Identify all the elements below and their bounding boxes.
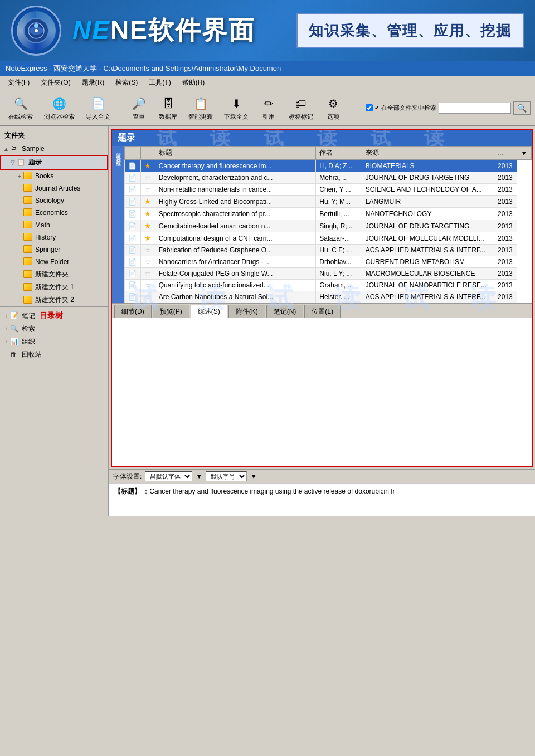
tree-item-sociology[interactable]: Sociology <box>0 194 108 207</box>
row-star[interactable]: ☆ <box>140 291 155 303</box>
toolbar-btn-import[interactable]: 📄 导入全文 <box>82 92 114 123</box>
menu-tools[interactable]: 工具(T) <box>145 77 174 89</box>
import-icon: 📄 <box>89 95 107 113</box>
row-star[interactable]: ★ <box>140 160 155 172</box>
font-arrow-2: ▼ <box>250 472 257 480</box>
table-row[interactable]: 📄★Cancer therapy and fluorescence im...L… <box>125 160 532 172</box>
row-star[interactable]: ☆ <box>140 245 155 256</box>
row-star[interactable]: ☆ <box>140 280 155 291</box>
toolbar-btn-cite[interactable]: ✏ 引用 <box>256 92 281 123</box>
row-star[interactable]: ★ <box>140 208 155 220</box>
tree-item-newf3[interactable]: 新建文件夹 2 <box>0 294 108 306</box>
row-star[interactable]: ★ <box>140 220 155 232</box>
left-panel: 文件夹 ▲ 🗂 Sample ▽ 📋 题录 + Books Journal Ar… <box>0 126 109 516</box>
row-year: 2013 <box>494 256 517 268</box>
tab-notes[interactable]: 笔记(N) <box>266 305 304 318</box>
table-row[interactable]: 📄★Spectroscopic characterization of pr..… <box>125 208 532 220</box>
tree-item-books[interactable]: + Books <box>0 170 108 182</box>
row-star[interactable]: ☆ <box>140 184 155 196</box>
table-row[interactable]: 📄★Highly Cross-Linked and Biocompati...H… <box>125 196 532 208</box>
row-year: 2013 <box>494 232 517 245</box>
search-input[interactable] <box>439 103 511 114</box>
abstract-text: ：Cancer therapy and fluorescence imaging… <box>143 487 395 495</box>
tag-icon: 🏷 <box>292 95 310 113</box>
toolbar-btn-smart-update[interactable]: 📋 智能更新 <box>184 92 217 123</box>
table-row[interactable]: 📄☆Nanocarriers for Anticancer Drugs - ..… <box>125 256 532 268</box>
tree-item-springer[interactable]: Springer <box>0 243 108 256</box>
tree-item-search2[interactable]: + 🔍 检索 <box>0 323 108 335</box>
toolbar-btn-online-search[interactable]: 🔍 在线检索 <box>4 92 37 123</box>
row-source: JOURNAL OF DRUG TARGETING <box>362 172 494 184</box>
title-bar: NoteExpress - 西安交通大学 - C:\Documents and … <box>0 61 535 76</box>
row-icon: 📄 <box>125 160 141 172</box>
row-star[interactable]: ☆ <box>140 172 155 184</box>
col-header-extra[interactable]: ... <box>494 147 517 160</box>
tree-item-records[interactable]: ▽ 📋 题录 <box>0 155 108 170</box>
newf1-label: 新建文件夹 <box>35 270 69 279</box>
tab-preview[interactable]: 预览(P) <box>153 305 189 318</box>
menu-folder[interactable]: 文件夹(O) <box>37 77 74 89</box>
row-year: 2013 <box>494 196 517 208</box>
tree-item-newf2[interactable]: 新建文件夹 1 <box>0 281 108 294</box>
col-header-author[interactable]: 作者 <box>316 147 362 160</box>
toolbar-btn-browser-search[interactable]: 🌐 浏览器检索 <box>40 92 79 123</box>
row-icon: 📄 <box>125 280 141 291</box>
toolbar-btn-tag[interactable]: 🏷 标签标记 <box>285 92 317 123</box>
abstract-area: 【标题】 ：Cancer therapy and fluorescence im… <box>109 483 535 516</box>
row-star[interactable]: ☆ <box>140 268 155 280</box>
table-row[interactable]: 📄☆Fabrication of Reduced Graphene O...Hu… <box>125 245 532 256</box>
tree-item-newfolder[interactable]: New Folder <box>0 256 108 268</box>
row-star[interactable]: ★ <box>140 196 155 208</box>
search-checkbox-label[interactable]: ✔ 在全部文件夹中检索 <box>366 104 436 112</box>
tab-location[interactable]: 位置(L) <box>304 305 341 318</box>
toolbar-btn-dedup[interactable]: 🔎 查重 <box>126 92 152 123</box>
toolbar-btn-database[interactable]: 🗄 数据库 <box>155 92 181 123</box>
toolbar-btn-download[interactable]: ⬇ 下载全文 <box>220 92 252 123</box>
font-name-select[interactable]: 昌默认字体 <box>145 471 192 481</box>
menu-help[interactable]: 帮助(H) <box>179 77 208 89</box>
right-box-text: 知识采集、管理、应用、挖掘 <box>309 22 512 39</box>
tab-summary[interactable]: 综述(S) <box>191 305 227 318</box>
menu-search[interactable]: 检索(S) <box>112 77 141 89</box>
menu-records[interactable]: 题录(R) <box>79 77 108 89</box>
row-year: 2013 <box>494 280 517 291</box>
col-header-title[interactable]: 标题 <box>155 147 316 160</box>
tree-item-math[interactable]: Math <box>0 219 108 231</box>
records-table-wrapper: 标题 作者 来源 ... ▼ 📄★Cancer therapy and fluo… <box>124 146 532 303</box>
table-row[interactable]: 📄☆Quantifying folic acid-functionalized.… <box>125 280 532 291</box>
history-icon <box>23 233 33 242</box>
recycle-icon: 🗑 <box>10 350 20 359</box>
tree-item-org[interactable]: + 📊 组织 <box>0 335 108 348</box>
tree-item-history[interactable]: History <box>0 231 108 243</box>
table-row[interactable]: 📄★Gemcitabine-loaded smart carbon n...Si… <box>125 220 532 232</box>
row-year: 2013 <box>494 245 517 256</box>
table-row[interactable]: 📄★Computational design of a CNT carri...… <box>125 232 532 245</box>
row-year: 2013 <box>494 160 517 172</box>
row-source: JOURNAL OF NANOPARTICLE RESE... <box>362 280 494 291</box>
row-title: Spectroscopic characterization of pr... <box>155 208 316 220</box>
row-star[interactable]: ☆ <box>140 256 155 268</box>
row-star[interactable]: ★ <box>140 232 155 245</box>
col-header-source[interactable]: 来源 <box>362 147 494 160</box>
tree-item-newf1[interactable]: 新建文件夹 <box>0 268 108 281</box>
search-button[interactable]: 🔍 <box>513 101 531 115</box>
table-row[interactable]: 📄☆Development, characterization and c...… <box>125 172 532 184</box>
search-checkbox-input[interactable] <box>366 104 373 111</box>
table-row[interactable]: 📄☆Folate-Conjugated PEG on Single W...Ni… <box>125 268 532 280</box>
tree-item-recycle[interactable]: 🗑 回收站 <box>0 348 108 361</box>
tree-item-journal[interactable]: Journal Articles <box>0 182 108 194</box>
table-row[interactable]: 📄☆Are Carbon Nanotubes a Natural Sol...H… <box>125 291 532 303</box>
ne-label: NE <box>72 16 110 45</box>
tab-detail[interactable]: 细节(D) <box>114 305 152 318</box>
table-row[interactable]: 📄☆Non-metallic nanomaterials in cance...… <box>125 184 532 196</box>
tree-item-economics[interactable]: Economics <box>0 207 108 219</box>
row-source: SCIENCE AND TECHNOLOGY OF A... <box>362 184 494 196</box>
font-size-select[interactable]: 默认字号 <box>206 471 247 481</box>
menu-file[interactable]: 文件(F) <box>4 77 33 89</box>
math-label: Math <box>35 221 50 229</box>
tree-item-notes[interactable]: + 📝 笔记 目录树 <box>0 309 108 323</box>
tree-item-sample[interactable]: ▲ 🗂 Sample <box>0 143 108 155</box>
toolbar-btn-options[interactable]: ⚙ 选项 <box>320 92 346 123</box>
row-year: 2013 <box>494 291 517 303</box>
tab-attachment[interactable]: 附件(K) <box>228 305 265 318</box>
